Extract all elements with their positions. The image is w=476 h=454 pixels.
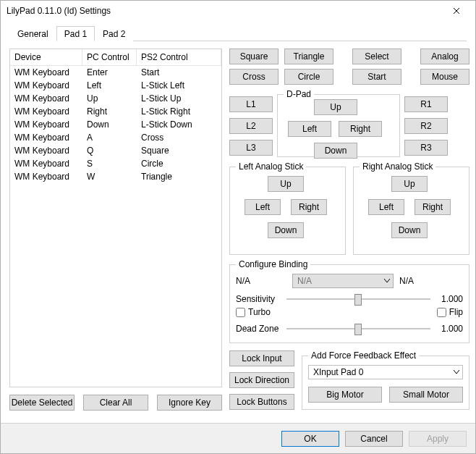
table-row[interactable]: WM KeyboardLeftL-Stick Left xyxy=(10,79,221,92)
dpad-right-button[interactable]: Right xyxy=(339,121,382,137)
deadzone-slider[interactable] xyxy=(286,322,430,335)
binding-select[interactable]: N/A xyxy=(292,274,394,288)
dpad-up-button[interactable]: Up xyxy=(314,99,357,115)
table-row[interactable]: WM KeyboardEnterStart xyxy=(10,66,221,79)
apply-button[interactable]: Apply xyxy=(409,431,467,447)
list-body: WM KeyboardEnterStartWM KeyboardLeftL-St… xyxy=(10,66,221,183)
close-icon xyxy=(453,7,460,14)
configure-binding-group: Configure Binding N/A N/A N/A Sensitivit… xyxy=(229,259,469,343)
table-row[interactable]: WM KeyboardQSquare xyxy=(10,144,221,157)
start-button[interactable]: Start xyxy=(352,69,401,85)
lock-input-button[interactable]: Lock Input xyxy=(229,350,294,366)
ok-button[interactable]: OK xyxy=(281,431,339,447)
small-motor-button[interactable]: Small Motor xyxy=(389,387,463,403)
dialog-buttons: OK Cancel Apply xyxy=(1,423,475,453)
sensitivity-slider[interactable] xyxy=(286,293,430,306)
configure-legend: Configure Binding xyxy=(236,259,310,269)
rstick-left-button[interactable]: Left xyxy=(368,199,404,215)
deadzone-label: Dead Zone xyxy=(236,324,286,334)
col-device[interactable]: Device xyxy=(10,49,82,65)
r2-button[interactable]: R2 xyxy=(404,118,448,134)
right-stick-group: Right Analog Stick Up Left Right Down xyxy=(353,161,469,255)
table-row[interactable]: WM KeyboardDownL-Stick Down xyxy=(10,118,221,131)
mouse-button[interactable]: Mouse xyxy=(420,69,469,85)
lock-direction-button[interactable]: Lock Direction xyxy=(229,372,294,388)
turbo-checkbox[interactable]: Turbo xyxy=(236,307,286,317)
deadzone-value: 1.000 xyxy=(430,324,463,334)
triangle-button[interactable]: Triangle xyxy=(284,49,333,64)
content-area: General Pad 1 Pad 2 Device PC Control PS… xyxy=(1,21,475,447)
binding-na-right: N/A xyxy=(399,276,414,286)
dpad-legend: D-Pad xyxy=(284,89,314,99)
ff-device-value: XInput Pad 0 xyxy=(313,367,363,377)
delete-selected-button[interactable]: Delete Selected xyxy=(9,395,75,411)
col-ps2[interactable]: PS2 Control xyxy=(137,49,221,65)
circle-button[interactable]: Circle xyxy=(284,69,333,85)
left-stick-legend: Left Analog Stick xyxy=(236,161,306,172)
window-title: LilyPad 0.11.0 (Id) Settings xyxy=(7,6,111,16)
bindings-list[interactable]: Device PC Control PS2 Control WM Keyboar… xyxy=(9,49,222,387)
sensitivity-label: Sensitivity xyxy=(236,294,286,304)
right-stick-legend: Right Analog Stick xyxy=(360,161,435,172)
tab-pad1[interactable]: Pad 1 xyxy=(56,26,95,41)
cross-button[interactable]: Cross xyxy=(229,69,279,85)
lstick-down-button[interactable]: Down xyxy=(268,222,304,238)
col-pc[interactable]: PC Control xyxy=(82,49,137,65)
table-row[interactable]: WM KeyboardWTriangle xyxy=(10,170,221,183)
analog-button[interactable]: Analog xyxy=(420,49,469,64)
rstick-down-button[interactable]: Down xyxy=(391,222,428,238)
dpad-group: D-Pad Up Left Right Down xyxy=(277,89,400,157)
lstick-up-button[interactable]: Up xyxy=(268,176,304,192)
lock-buttons-button[interactable]: Lock Buttons xyxy=(229,394,294,410)
table-row[interactable]: WM KeyboardACross xyxy=(10,131,221,144)
cancel-button[interactable]: Cancel xyxy=(345,431,403,447)
tab-bar: General Pad 1 Pad 2 xyxy=(9,25,467,41)
r1-button[interactable]: R1 xyxy=(404,96,448,112)
select-button[interactable]: Select xyxy=(352,49,401,64)
titlebar: LilyPad 0.11.0 (Id) Settings xyxy=(1,1,475,21)
ff-device-select[interactable]: XInput Pad 0 xyxy=(308,365,463,379)
ff-legend: Add Force Feedback Effect xyxy=(308,350,419,361)
ignore-key-button[interactable]: Ignore Key xyxy=(157,395,222,411)
close-button[interactable] xyxy=(442,2,471,20)
table-row[interactable]: WM KeyboardRightL-Stick Right xyxy=(10,105,221,118)
r3-button[interactable]: R3 xyxy=(404,140,448,156)
l2-button[interactable]: L2 xyxy=(229,118,273,134)
left-stick-group: Left Analog Stick Up Left Right Down xyxy=(229,161,346,255)
square-button[interactable]: Square xyxy=(229,49,279,64)
lstick-right-button[interactable]: Right xyxy=(291,199,327,215)
sensitivity-value: 1.000 xyxy=(430,294,463,304)
l1-button[interactable]: L1 xyxy=(229,96,273,112)
rstick-up-button[interactable]: Up xyxy=(391,176,428,192)
clear-all-button[interactable]: Clear All xyxy=(83,395,148,411)
binding-na-label: N/A xyxy=(236,276,286,286)
force-feedback-group: Add Force Feedback Effect XInput Pad 0 B… xyxy=(302,350,469,410)
table-row[interactable]: WM KeyboardUpL-Stick Up xyxy=(10,92,221,105)
lstick-left-button[interactable]: Left xyxy=(245,199,281,215)
tab-general[interactable]: General xyxy=(9,26,56,41)
binding-select-value: N/A xyxy=(297,276,312,286)
dpad-down-button[interactable]: Down xyxy=(314,143,357,159)
l3-button[interactable]: L3 xyxy=(229,140,273,156)
rstick-right-button[interactable]: Right xyxy=(415,199,451,215)
tab-pad2[interactable]: Pad 2 xyxy=(95,26,133,41)
list-header: Device PC Control PS2 Control xyxy=(10,49,221,66)
big-motor-button[interactable]: Big Motor xyxy=(308,387,382,403)
chevron-down-icon xyxy=(384,279,390,283)
dpad-left-button[interactable]: Left xyxy=(288,121,331,137)
flip-checkbox[interactable]: Flip xyxy=(437,307,463,317)
chevron-down-icon xyxy=(454,370,459,374)
settings-window: LilyPad 0.11.0 (Id) Settings General Pad… xyxy=(0,0,476,454)
table-row[interactable]: WM KeyboardSCircle xyxy=(10,157,221,170)
